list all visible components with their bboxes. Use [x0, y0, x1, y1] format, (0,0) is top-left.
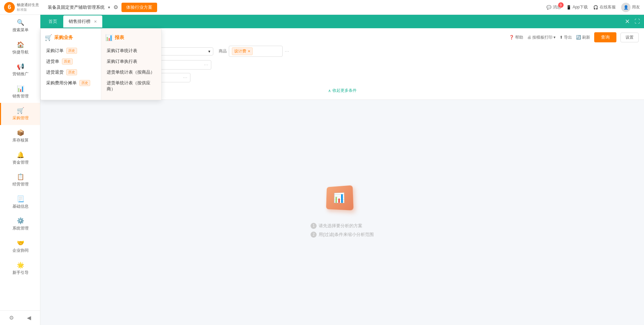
step-num-1: 1: [311, 223, 317, 229]
order-stats-label: 采购订单统计表: [107, 48, 137, 54]
menu-item-inbound-stats-goods[interactable]: 进货单统计表（按商品）: [105, 67, 157, 78]
message-icon: 💬: [546, 5, 551, 10]
goods-tag-close-btn[interactable]: ✕: [248, 49, 250, 53]
step-1-text: 请先选择要分析的方案: [319, 221, 362, 230]
system-icon: ⚙️: [17, 217, 24, 225]
tab-close-all-btn[interactable]: ✕: [622, 18, 633, 25]
logo-text-block: 畅捷通好生意 标准版: [17, 2, 39, 12]
order-exec-label: 采购订单执行表: [107, 58, 137, 65]
sidebar-collapse-btn[interactable]: ◀: [27, 315, 31, 321]
goods-label: 商品: [219, 48, 227, 54]
staff-more-btn[interactable]: ···: [204, 62, 208, 68]
system-dropdown-btn[interactable]: ▾: [108, 5, 110, 10]
tab-home-label: 首页: [48, 19, 57, 24]
sidebar-settings-btn[interactable]: ⚙: [9, 315, 14, 321]
purchase-order-label: 采购订单: [46, 48, 64, 54]
print-icon: 🖨: [527, 35, 531, 40]
query-btn[interactable]: 查询: [594, 32, 616, 42]
sidebar-item-label: 系统管理: [12, 226, 29, 231]
purchase-icon: 🛒: [17, 107, 24, 114]
home-icon: 🏠: [17, 41, 24, 48]
inbound-label: 进货单: [46, 58, 59, 65]
tab-expand-btn[interactable]: ⛶: [633, 18, 641, 25]
menu-item-expense[interactable]: 采购费用分摊单 历史: [45, 78, 97, 88]
app-download-btn[interactable]: 📱 App下载: [566, 4, 588, 10]
sidebar-item-coop[interactable]: 🤝 企业协同: [0, 235, 40, 257]
expense-label: 采购费用分摊单: [46, 80, 77, 86]
export-btn[interactable]: ⬆ 导出: [560, 35, 572, 40]
goods-filter: 商品 设计费 ✕ ···: [219, 46, 289, 57]
sidebar-item-marketing[interactable]: 📢 营销推广: [0, 59, 40, 81]
empty-icon-box: 📊: [326, 185, 354, 210]
sidebar-item-label: 新手引导: [12, 270, 29, 276]
menu-item-inbound-stats-supplier[interactable]: 进货单统计表（按供应商）: [105, 78, 157, 94]
sidebar-item-finance[interactable]: 🔔 资金管理: [0, 147, 40, 169]
empty-state: 📊 1 请先选择要分析的方案 2 用[过滤]条件来缩小分析范围: [311, 186, 373, 239]
operations-icon: 📋: [17, 173, 24, 180]
menu-item-inbound[interactable]: 进货单 历史: [45, 56, 97, 67]
inbound-stats-supplier-label: 进货单统计表（按供应商）: [107, 80, 156, 92]
print-btn[interactable]: 🖨 按模板打印 ▾: [527, 35, 556, 40]
report-section: 📊 报表 采购订单统计表 采购订单执行表 进货单统计表（按商品） 进货单统计表（…: [101, 29, 162, 100]
logo-area: 6 畅捷通好生意 标准版: [4, 2, 44, 13]
header-mid: 装备及固定资产辅助管理系统 ▾ ⚙ 体验行业方案: [44, 3, 546, 12]
tab-home[interactable]: 首页: [43, 15, 63, 28]
sidebar-item-sales[interactable]: 📊 销售管理: [0, 81, 40, 103]
sidebar-item-label: 企业协同: [12, 248, 29, 253]
step-2-text: 用[过滤]条件来缩小分析范围: [319, 230, 373, 239]
print-dropdown-icon: ▾: [553, 35, 556, 40]
menu-item-return[interactable]: 进货退货 历史: [45, 67, 97, 78]
sidebar-bottom: ⚙ ◀: [0, 310, 40, 325]
online-service-btn[interactable]: 🎧 在线客服: [593, 4, 616, 10]
set-btn[interactable]: 设置: [620, 33, 639, 42]
menu-item-purchase-order[interactable]: 采购订单 历史: [45, 45, 97, 56]
tab-sales-rank[interactable]: 销售排行榜 ✕: [63, 15, 102, 28]
sidebar-item-guide[interactable]: 🌟 新手引导: [0, 257, 40, 280]
sidebar-item-label: 销售管理: [12, 94, 29, 99]
tab-close-btn[interactable]: ✕: [94, 15, 97, 28]
sidebar-item-label: 库存核算: [12, 138, 29, 143]
industry-btn[interactable]: 体验行业方案: [121, 3, 157, 12]
sidebar-item-inventory[interactable]: 📦 库存核算: [0, 125, 40, 147]
user-label: 用友: [632, 4, 640, 10]
header-right: 💬 消息 9 📱 App下载 🎧 在线客服 👤 用友: [546, 3, 640, 12]
customer-more-btn[interactable]: ···: [183, 75, 187, 81]
goods-tag-text: 设计费: [234, 48, 246, 54]
inbound-stats-goods-label: 进货单统计表（按商品）: [107, 69, 155, 75]
system-title: 装备及固定资产辅助管理系统: [48, 4, 105, 10]
purchase-dropdown-menu: 🛒 采购业务 采购订单 历史 进货单 历史 进货退货 历史 采购费用分摊单: [40, 28, 162, 100]
sidebar-item-label: 搜索菜单: [12, 28, 29, 33]
sidebar-item-label: 资金管理: [12, 160, 29, 165]
message-btn[interactable]: 💬 消息 9: [546, 4, 561, 10]
sidebar-item-basic[interactable]: 📃 基础信息: [0, 191, 40, 213]
sidebar-item-purchase[interactable]: 🛒 采购管理: [0, 103, 40, 125]
history-badge-2: 历史: [66, 69, 77, 75]
sidebar-item-label: 营销推广: [12, 72, 29, 77]
sidebar-item-label: 基础信息: [12, 204, 29, 209]
help-btn[interactable]: ❓ 帮助: [509, 35, 523, 40]
system-settings-btn[interactable]: ⚙: [113, 4, 118, 10]
menu-item-order-stats[interactable]: 采购订单统计表: [105, 45, 157, 56]
goods-tag: 设计费 ✕: [232, 47, 253, 55]
coop-icon: 🤝: [17, 239, 24, 247]
sidebar-item-label: 经营管理: [12, 182, 29, 187]
user-avatar: 👤: [621, 3, 631, 12]
goods-more-btn[interactable]: ···: [285, 48, 289, 54]
empty-text: 1 请先选择要分析的方案 2 用[过滤]条件来缩小分析范围: [311, 221, 373, 239]
export-icon: ⬆: [560, 35, 563, 40]
collapse-icon: ∧: [328, 88, 331, 93]
step-num-2: 2: [311, 232, 317, 238]
refresh-btn[interactable]: 🔄 刷新: [576, 35, 590, 40]
sidebar-item-search[interactable]: 🔍 搜索菜单: [0, 15, 40, 37]
sidebar-item-label: 快捷导航: [12, 50, 29, 55]
sidebar-item-quick[interactable]: 🏠 快捷导航: [0, 37, 40, 59]
history-badge-1: 历史: [62, 58, 73, 65]
logo-sub: 标准版: [17, 7, 39, 12]
tab-sales-rank-label: 销售排行榜: [69, 19, 91, 24]
sidebar-item-operations[interactable]: 📋 经营管理: [0, 169, 40, 191]
main-content: 📊 1 请先选择要分析的方案 2 用[过滤]条件来缩小分析范围: [40, 100, 644, 325]
user-btn[interactable]: 👤 用友: [621, 3, 640, 12]
sidebar-item-system[interactable]: ⚙️ 系统管理: [0, 213, 40, 235]
goods-control[interactable]: 设计费 ✕: [229, 46, 283, 57]
menu-item-order-exec[interactable]: 采购订单执行表: [105, 56, 157, 67]
